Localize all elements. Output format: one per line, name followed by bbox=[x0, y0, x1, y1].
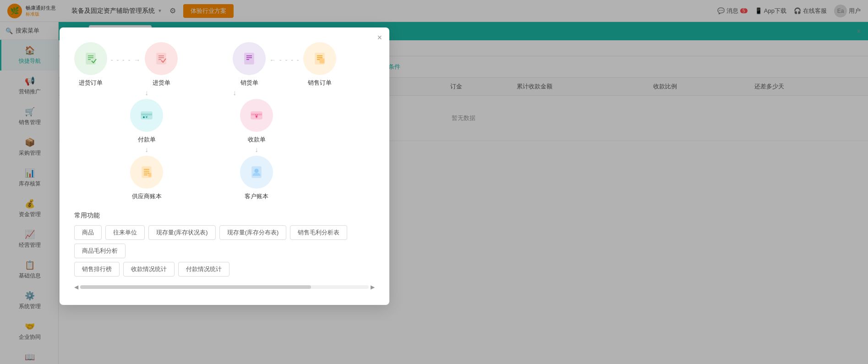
flow-item-supplier-ledger: 供应商账本 bbox=[130, 156, 163, 201]
purchase-order-icon bbox=[74, 42, 107, 75]
btn-contact[interactable]: 往来单位 bbox=[105, 225, 145, 240]
purchase-bill-label: 进货单 bbox=[153, 79, 170, 87]
common-functions-title: 常用功能 bbox=[74, 212, 375, 220]
svg-point-19 bbox=[143, 116, 145, 118]
sales-bill-icon bbox=[233, 42, 266, 75]
flow-row-5: 供应商账本 bbox=[74, 156, 375, 201]
sales-order-label: 销售订单 bbox=[308, 79, 332, 87]
btn-product-gross[interactable]: 商品毛利分析 bbox=[74, 244, 126, 258]
scrollbar-track[interactable] bbox=[80, 285, 369, 289]
payment-icon: ¥ bbox=[130, 99, 163, 132]
flow-item-sales-bill: 销货单 bbox=[233, 42, 266, 87]
modal-dialog: × bbox=[60, 27, 389, 305]
common-btns-row1: 商品 往来单位 现存量(库存状况表) 现存量(库存分布表) 销售毛利分析表 商品… bbox=[74, 225, 375, 258]
receipt-label: 收款单 bbox=[248, 136, 266, 144]
btn-sales-rank[interactable]: 销售排行榜 bbox=[74, 262, 120, 277]
customer-ledger-icon bbox=[240, 156, 273, 189]
svg-text:¥: ¥ bbox=[145, 115, 148, 119]
flow-row-3: ¥ 付款单 bbox=[74, 99, 375, 144]
arrow-down-rec-icon: ↓ bbox=[240, 146, 273, 154]
flow-diagram: 进货订单 - - - - → bbox=[74, 42, 375, 201]
svg-rect-16 bbox=[320, 59, 324, 63]
receipt-icon: ¥ bbox=[240, 99, 273, 132]
btn-stock-dist[interactable]: 现存量(库存分布表) bbox=[219, 225, 287, 240]
common-btns-row2: 销售排行榜 收款情况统计 付款情况统计 bbox=[74, 262, 375, 277]
main-area: 🔍 搜索菜单 🏠 快捷导航 📢 营销推广 🛒 销售管理 📦 采购管理 📊 bbox=[0, 22, 868, 364]
supplier-ledger-icon bbox=[130, 156, 163, 189]
spacer-c1 bbox=[74, 144, 130, 156]
scroll-left-arrow[interactable]: ◀ bbox=[74, 284, 78, 290]
flow-arrows-down: ↓ ↓ bbox=[74, 87, 375, 99]
sales-bill-label: 销货单 bbox=[240, 79, 258, 87]
flow-item-receipt: ¥ 收款单 bbox=[240, 99, 273, 144]
arrow-down-rec: ↓ bbox=[240, 144, 273, 156]
payment-label: 付款单 bbox=[138, 136, 156, 144]
svg-rect-4 bbox=[157, 53, 166, 64]
btn-product[interactable]: 商品 bbox=[74, 225, 102, 240]
flow-row-1: 进货订单 - - - - → bbox=[74, 42, 375, 87]
purchase-bill-icon bbox=[145, 42, 178, 75]
flow-arrows-down-2: ↓ ↓ bbox=[74, 144, 375, 156]
flow-item-purchase-order: 进货订单 bbox=[74, 42, 107, 87]
btn-receipt-stats[interactable]: 收款情况统计 bbox=[123, 262, 175, 277]
arrow-po-pb: - - - - → bbox=[107, 56, 145, 64]
btn-payment-stats[interactable]: 付款情况统计 bbox=[178, 262, 229, 277]
purchase-order-label: 进货订单 bbox=[79, 79, 103, 87]
btn-stock-status[interactable]: 现存量(库存状况表) bbox=[148, 225, 216, 240]
common-functions-section: 常用功能 商品 往来单位 现存量(库存状况表) 现存量(库存分布表) 销售毛利分… bbox=[74, 212, 375, 277]
svg-rect-29 bbox=[148, 173, 151, 177]
btn-sales-gross[interactable]: 销售毛利分析表 bbox=[290, 225, 347, 240]
spacer-a3 bbox=[163, 87, 218, 99]
modal-overlay[interactable]: × bbox=[59, 22, 868, 364]
spacer-a1 bbox=[74, 87, 107, 99]
supplier-ledger-label: 供应商账本 bbox=[132, 192, 162, 201]
modal-close-button[interactable]: × bbox=[377, 33, 382, 43]
scrollbar-thumb bbox=[80, 285, 311, 289]
customer-ledger-label: 客户账本 bbox=[245, 192, 268, 201]
modal-scrollbar[interactable]: ◀ ▶ bbox=[74, 284, 375, 290]
arrow-down-sb-icon: ↓ bbox=[218, 89, 251, 97]
arrow-down-pb: ↓ bbox=[130, 87, 163, 99]
arrow-down-pay-icon: ↓ bbox=[130, 146, 163, 154]
content-area: 首页 销售订单执行表 × × ❓ 帮助 🖨️ bbox=[59, 22, 868, 364]
arrow-down-pay: ↓ bbox=[130, 144, 163, 156]
flow-item-sales-order: 销售订单 bbox=[303, 42, 336, 87]
sales-order-icon bbox=[303, 42, 336, 75]
app-wrapper: 🌿 畅康通好生意 标准版 装备及固定资产辅助管理系统 ▼ ⚙ 体验行业方案 💬 … bbox=[0, 0, 868, 364]
flow-item-customer-ledger: 客户账本 bbox=[240, 156, 273, 201]
scroll-right-arrow[interactable]: ▶ bbox=[371, 284, 375, 290]
flow-item-payment: ¥ 付款单 bbox=[130, 99, 163, 144]
svg-text:¥: ¥ bbox=[255, 114, 258, 119]
svg-point-31 bbox=[255, 169, 258, 173]
svg-rect-8 bbox=[245, 53, 254, 64]
flow-item-purchase-bill: 进货单 bbox=[145, 42, 178, 87]
arrow-down-pb-icon: ↓ bbox=[130, 89, 163, 97]
spacer-a2 bbox=[107, 87, 130, 99]
arrow-so-sb: ← - - - - bbox=[266, 56, 303, 64]
spacer-c2 bbox=[163, 144, 240, 156]
arrow-down-sb: ↓ bbox=[218, 87, 251, 99]
